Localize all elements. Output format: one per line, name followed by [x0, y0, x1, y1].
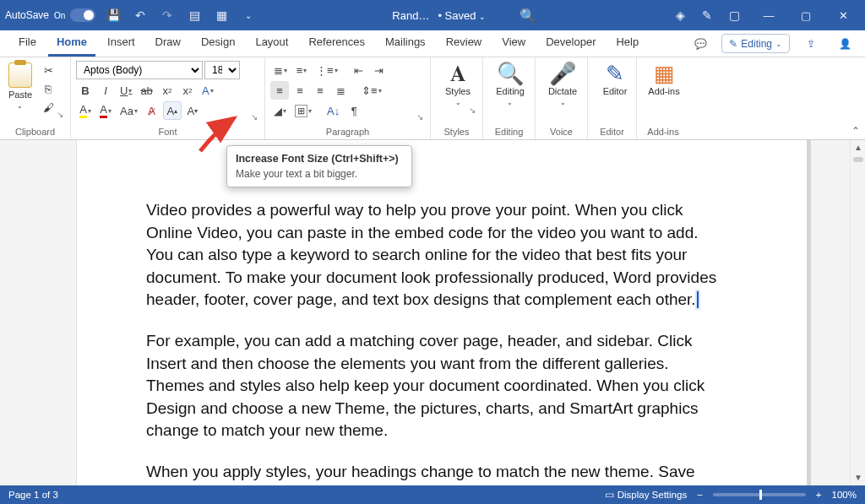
text-effects-button[interactable]: A▾ [199, 81, 217, 100]
document-area: Video provides a powerful way to help yo… [0, 140, 865, 485]
paragraph-2[interactable]: For example, you can add a matching cove… [146, 330, 721, 442]
share-button[interactable]: ⇪ [798, 34, 824, 53]
zoom-in-button[interactable]: + [816, 490, 822, 500]
group-label-voice: Voice [541, 125, 582, 139]
wand-icon[interactable]: ✎ [698, 6, 716, 24]
font-color-button[interactable]: A▾ [96, 101, 115, 120]
group-label-paragraph: Paragraph [270, 125, 425, 139]
bullets-button[interactable]: ≣▾ [270, 61, 291, 79]
close-icon[interactable]: ✕ [826, 6, 860, 24]
title-bar: AutoSave On 💾 ↶ ↷ ▤ ▦ ⌄ Rand… • Saved ⌄ … [0, 0, 865, 30]
tab-help[interactable]: Help [607, 30, 647, 57]
styles-icon: 𝐀 [450, 62, 466, 84]
editing-mode-label: Editing [741, 38, 772, 50]
increase-font-size-button[interactable]: A▴ [163, 101, 182, 120]
styles-button[interactable]: 𝐀 Styles⌄ [436, 61, 480, 108]
document-name[interactable]: Rand… [392, 9, 429, 22]
tab-home[interactable]: Home [48, 30, 95, 57]
change-case-button[interactable]: Aa▾ [117, 101, 141, 120]
document-page[interactable]: Video provides a powerful way to help yo… [76, 140, 811, 485]
group-label-editor: Editor [593, 125, 631, 139]
font-size-select[interactable]: 18 [204, 61, 240, 79]
tab-draw[interactable]: Draw [147, 30, 189, 57]
tab-review[interactable]: Review [438, 30, 491, 57]
editor-icon: ✎ [606, 62, 624, 84]
tab-file[interactable]: File [10, 30, 45, 57]
zoom-slider[interactable] [713, 493, 806, 496]
tab-insert[interactable]: Insert [99, 30, 144, 57]
tab-layout[interactable]: Layout [247, 30, 296, 57]
align-center-button[interactable]: ≡ [291, 81, 309, 100]
tooltip-title: Increase Font Size (Ctrl+Shift+>) [236, 153, 403, 165]
font-name-select[interactable]: Aptos (Body) [76, 61, 203, 79]
shading-button[interactable]: ◢▾ [270, 101, 290, 120]
align-right-button[interactable]: ≡ [311, 81, 329, 100]
display-settings-button[interactable]: ▭ Display Settings [605, 489, 687, 501]
copy-button[interactable]: ⎘ [39, 79, 57, 98]
paragraph-1[interactable]: Video provides a powerful way to help yo… [146, 199, 721, 312]
strikethrough-button[interactable]: ab [137, 81, 155, 100]
cut-button[interactable]: ✂ [39, 61, 57, 79]
scroll-down-icon[interactable]: ▼ [851, 470, 865, 485]
status-bar: Page 1 of 3 ▭ Display Settings − + 100% [0, 485, 865, 504]
page-indicator[interactable]: Page 1 of 3 [8, 490, 58, 500]
window-controls: — ▢ ✕ [752, 6, 860, 24]
qat-icon-2[interactable]: ▦ [212, 6, 231, 24]
search-icon[interactable]: 🔍 [520, 8, 536, 24]
subscript-button[interactable]: x2 [158, 81, 177, 100]
styles-dialog-launcher[interactable]: ↘ [436, 106, 477, 116]
addins-button[interactable]: ▦ Add-ins [642, 61, 686, 98]
borders-button[interactable]: ⊞▾ [291, 101, 315, 120]
tab-view[interactable]: View [493, 30, 534, 57]
clear-formatting-button[interactable]: A̷ [143, 101, 161, 120]
minimize-icon[interactable]: — [752, 6, 786, 24]
format-painter-button[interactable]: 🖌 [39, 98, 57, 117]
redo-icon[interactable]: ↷ [158, 6, 177, 24]
align-left-button[interactable]: ≡ [270, 81, 289, 100]
autosave-label: AutoSave [5, 9, 49, 21]
undo-icon[interactable]: ↶ [131, 6, 150, 24]
tab-design[interactable]: Design [193, 30, 243, 57]
chevron-down-icon: ⌄ [775, 40, 782, 48]
numbering-button[interactable]: ≡▾ [292, 61, 311, 79]
editing-mode-button[interactable]: ✎ Editing ⌄ [721, 34, 790, 53]
saved-status[interactable]: • Saved ⌄ [438, 9, 486, 22]
diamond-icon[interactable]: ◈ [671, 6, 689, 24]
vertical-scrollbar[interactable]: ▲ ▼ [850, 140, 865, 485]
qat-overflow-icon[interactable]: ⌄ [239, 6, 258, 24]
zoom-out-button[interactable]: − [697, 490, 703, 500]
decrease-indent-button[interactable]: ⇤ [350, 61, 368, 79]
save-icon[interactable]: 💾 [104, 6, 122, 24]
underline-button[interactable]: U▾ [117, 81, 135, 100]
superscript-button[interactable]: x2 [178, 81, 197, 100]
group-label-clipboard: Clipboard [5, 125, 65, 139]
dictate-button[interactable]: 🎤 Dictate⌄ [541, 61, 585, 108]
qat-icon-1[interactable]: ▤ [185, 6, 204, 24]
account-button[interactable]: 👤 [832, 34, 857, 53]
line-spacing-button[interactable]: ⇕≡▾ [358, 81, 385, 100]
sort-button[interactable]: A↓ [324, 101, 343, 120]
zoom-level[interactable]: 100% [832, 490, 857, 500]
paste-button[interactable]: Paste⌄ [5, 61, 35, 111]
autosave-toggle[interactable]: AutoSave On [5, 8, 95, 22]
editor-button[interactable]: ✎ Editor [593, 61, 637, 98]
editing-button[interactable]: 🔍 Editing⌄ [488, 61, 532, 108]
maximize-icon[interactable]: ▢ [789, 6, 823, 24]
italic-button[interactable]: I [96, 81, 115, 100]
increase-indent-button[interactable]: ⇥ [370, 61, 389, 79]
tab-developer[interactable]: Developer [537, 30, 604, 57]
multilevel-list-button[interactable]: ⋮≡▾ [313, 61, 341, 79]
comments-button[interactable]: 💬 [688, 34, 713, 53]
scissors-icon: ✂ [44, 64, 53, 77]
show-marks-button[interactable]: ¶ [345, 101, 363, 120]
toggle-switch-icon [70, 8, 95, 22]
scroll-up-icon[interactable]: ▲ [851, 140, 865, 155]
tab-mailings[interactable]: Mailings [377, 30, 434, 57]
ribbon-display-icon[interactable]: ▢ [725, 6, 743, 24]
tab-references[interactable]: References [300, 30, 373, 57]
justify-button[interactable]: ≣ [331, 81, 350, 100]
highlight-button[interactable]: A▾ [76, 101, 95, 120]
collapse-ribbon-icon[interactable]: ⌃ [851, 125, 860, 137]
bold-button[interactable]: B [76, 81, 95, 100]
paragraph-3[interactable]: When you apply styles, your headings cha… [146, 461, 721, 485]
